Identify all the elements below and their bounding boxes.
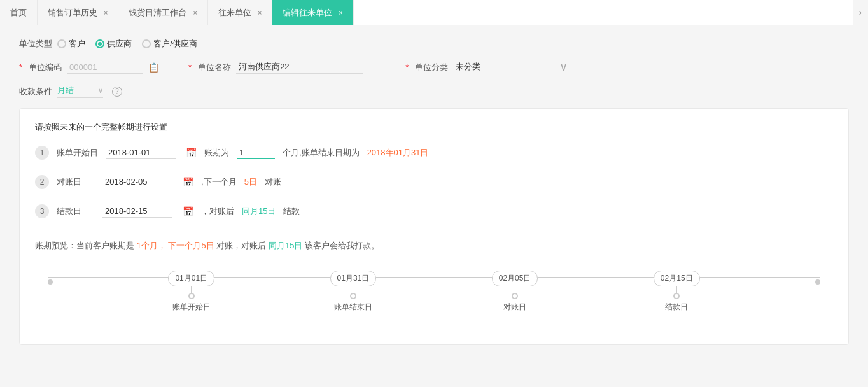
tab-cash-ledger-label: 钱货日清工作台 [129,7,186,18]
step-row-1: 1 账单开始日 📅 账期为 个月,账单结束日期为 2018年01月31日 [35,146,833,160]
timeline-point-4: 02月15日 结款日 [654,271,700,313]
unit-classify-required: * [405,62,409,72]
timeline-badge-3: 02月05日 [492,271,538,286]
radio-customer-label: 客户 [69,38,85,50]
step-label-2: 对账日 [57,176,95,188]
close-partner-units-tab[interactable]: × [258,9,262,17]
timeline-circle-1 [188,293,195,299]
step-3-highlight-text: 同月15日 [242,206,276,217]
payment-terms-value: 月结 [57,85,95,96]
timeline-label-1: 账单开始日 [172,302,211,313]
step-1-highlight-date: 2018年01月31日 [367,147,429,158]
tab-bar: 首页 销售订单历史 × 钱货日清工作台 × 往来单位 × 编辑往来单位 × › [0,0,868,25]
radio-customer[interactable]: 客户 [57,38,85,50]
close-sales-order-tab[interactable]: × [104,9,108,17]
radio-supplier-circle [95,39,104,48]
timeline-label-4: 结款日 [665,302,688,313]
timeline-circle-3 [512,293,518,299]
step-2-highlight-day: 5日 [244,176,257,188]
step-2-calendar-icon[interactable]: 📅 [183,177,193,187]
step-1-period-unit: 个月,账单结束日期为 [283,147,360,158]
tab-home[interactable]: 首页 [0,0,38,25]
unit-name-required: * [188,62,192,72]
unit-name-label: 单位名称 [198,62,231,73]
settings-title: 请按照未来的一个完整帐期进行设置 [35,122,833,133]
timeline-circle-4 [673,293,680,299]
timeline-label-2: 账单结束日 [334,302,372,313]
unit-classify-wrapper: 未分类 ∨ [453,60,568,74]
step-label-3: 结款日 [57,206,95,217]
unit-type-radio-group: 客户 供应商 客户/供应商 [57,38,197,50]
preview-part3: 同月15日 [269,241,302,250]
tab-edit-partner-unit[interactable]: 编辑往来单位 × [272,0,353,25]
unit-type-row: 单位类型 客户 供应商 客户/供应商 [19,38,849,50]
step-number-3: 3 [35,204,49,218]
timeline-left-edge [48,279,53,285]
tab-home-label: 首页 [10,7,27,18]
timeline-label-3: 对账日 [503,302,526,313]
timeline-left-dot [48,279,53,285]
payment-terms-label: 收款条件 [19,86,52,97]
step-2-date-input[interactable] [102,176,172,188]
radio-supplier-label: 供应商 [107,38,132,50]
close-edit-partner-tab[interactable]: × [339,9,342,17]
step-3-date-input[interactable] [102,205,172,218]
timeline-point-1: 01月01日 账单开始日 [168,271,214,313]
unit-type-label: 单位类型 [19,38,52,50]
radio-customer-supplier-label: 客户/供应商 [153,38,197,50]
radio-customer-circle [57,39,66,48]
unit-code-input[interactable] [67,61,143,74]
timeline-right-dot [815,279,820,285]
radio-supplier[interactable]: 供应商 [95,38,132,50]
tab-partner-units[interactable]: 往来单位 × [208,0,272,25]
unit-name-input[interactable] [236,61,363,74]
timeline-badge-1: 01月01日 [168,271,214,286]
step-2-suffix-text: ,下一个月 [201,176,237,188]
step-1-calendar-icon[interactable]: 📅 [186,148,197,158]
timeline-right-edge [815,279,820,285]
unit-info-row: * 单位编码 📋 * 单位名称 * 单位分类 未分类 ∨ [19,60,849,74]
unit-classify-arrow[interactable]: ∨ [559,60,568,74]
radio-customer-supplier[interactable]: 客户/供应商 [142,38,197,50]
step-3-comma: ，对账后 [201,206,234,217]
step-row-2: 2 对账日 📅 ,下一个月 5日 对账 [35,175,833,189]
preview-suffix: 该客户会给我打款。 [305,241,379,250]
close-cash-ledger-tab[interactable]: × [193,9,197,17]
unit-code-required: * [19,62,22,72]
unit-classify-label: 单位分类 [415,62,448,73]
timeline-points: 01月01日 账单开始日 01月31日 账单结束日 02月05日 [48,271,820,313]
settings-box: 请按照未来的一个完整帐期进行设置 1 账单开始日 📅 账期为 个月,账单结束日期… [19,108,849,345]
step-1-mid-text: 账期为 [204,147,229,158]
step-2-after-text: 对账 [265,176,281,188]
payment-terms-row: 收款条件 月结 ∨ ? [19,85,849,98]
radio-customer-supplier-circle [142,39,151,48]
help-icon[interactable]: ? [112,87,122,97]
main-content: 单位类型 客户 供应商 客户/供应商 * 单位编码 📋 * 单位名称 * [0,25,868,358]
timeline-badge-2: 01月31日 [330,271,377,286]
tab-more-arrow[interactable]: › [853,0,868,25]
tab-cash-ledger[interactable]: 钱货日清工作台 × [118,0,207,25]
timeline-badge-4: 02月15日 [654,271,700,286]
step-1-date-input[interactable] [106,146,176,159]
preview-row: 账期预览：当前客户账期是 1个月， 下一个月5日 对账，对账后 同月15日 该客… [35,234,833,264]
step-number-2: 2 [35,175,49,189]
timeline-point-3: 02月05日 对账日 [492,271,538,313]
preview-mid: 对账，对账后 [216,241,266,250]
payment-terms-select[interactable]: 月结 ∨ [57,85,103,98]
step-1-period-input[interactable] [237,146,275,159]
unit-classify-value: 未分类 [453,60,559,74]
step-3-end-text: 结款 [283,206,300,217]
step-number-1: 1 [35,146,49,160]
tab-sales-order-label: 销售订单历史 [48,7,97,18]
preview-part2: 下一个月5日 [168,241,214,250]
payment-terms-dropdown-arrow[interactable]: ∨ [98,87,103,95]
step-3-calendar-icon[interactable]: 📅 [183,206,193,216]
unit-code-label: 单位编码 [29,62,62,73]
timeline: 01月01日 账单开始日 01月31日 账单结束日 02月05日 [48,264,820,332]
tab-edit-partner-label: 编辑往来单位 [283,7,332,18]
step-label-1: 账单开始日 [57,147,98,158]
tab-partner-units-label: 往来单位 [218,7,251,18]
unit-code-calendar-icon[interactable]: 📋 [148,62,159,73]
tab-sales-order-history[interactable]: 销售订单历史 × [38,0,118,25]
preview-prefix: 账期预览：当前客户账期是 [35,241,134,250]
